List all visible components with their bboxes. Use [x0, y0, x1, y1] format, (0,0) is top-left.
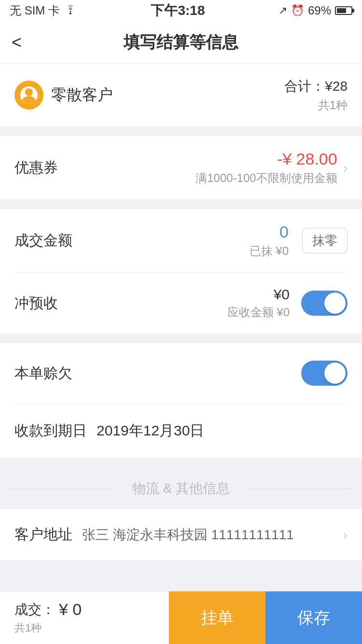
due-date-value: 2019年12月30日: [97, 421, 204, 441]
total-count: 共1种: [284, 98, 348, 113]
status-bar: 无 SIM 卡 下午3:18 ↗ ⏰ 69%: [0, 0, 362, 21]
status-left: 无 SIM 卡: [10, 3, 77, 18]
coupon-label: 优惠券: [14, 158, 58, 178]
prepay-sub: 应收金额 ¥0: [227, 305, 290, 320]
deal-amount-right: 0 已抹 ¥0 抹零: [250, 223, 348, 259]
deal-amount-label: 成交金额: [14, 231, 72, 251]
round-zero-button[interactable]: 抹零: [302, 228, 348, 253]
logistics-divider: 物流 & 其他信息: [0, 468, 362, 509]
nav-bar: < 填写结算等信息: [0, 21, 362, 64]
due-date-label: 收款到期日: [14, 421, 87, 441]
divider-4: [0, 458, 362, 468]
bottom-deal-amount: ¥ 0: [59, 600, 82, 619]
toggle-knob: [324, 293, 346, 314]
deal-amount-value: 0: [250, 223, 289, 241]
total-amount: 合计：¥28: [284, 77, 348, 96]
page-title: 填写结算等信息: [124, 31, 238, 54]
address-row[interactable]: 客户地址 张三 海淀永丰科技园 11111111111 ›: [14, 509, 348, 560]
divider-1: [0, 126, 362, 136]
location-icon: ↗: [278, 4, 287, 17]
status-right: ↗ ⏰ 69%: [278, 4, 352, 17]
avatar-icon: [20, 86, 38, 104]
carrier-text: 无 SIM 卡: [10, 3, 60, 18]
bottom-deal-count: 共1种: [14, 621, 154, 635]
prepay-label: 冲预收: [14, 294, 58, 313]
address-section: 客户地址 张三 海淀永丰科技园 11111111111 ›: [0, 509, 362, 560]
debit-toggle[interactable]: [301, 361, 348, 386]
back-button[interactable]: <: [12, 32, 22, 53]
prepay-amount: ¥0: [227, 286, 290, 303]
deal-amount-row: 成交金额 0 已抹 ¥0 抹零: [14, 209, 348, 273]
coupon-row[interactable]: 优惠券 -¥ 28.00 满1000-100不限制使用金额 ›: [14, 136, 348, 199]
prepay-toggle[interactable]: [301, 291, 348, 316]
time-display: 下午3:18: [151, 1, 205, 20]
content-area: 零散客户 合计：¥28 共1种 优惠券 -¥ 28.00 满1000-100不限…: [0, 64, 362, 644]
customer-total: 合计：¥28 共1种: [284, 77, 348, 113]
logistics-line-right: [249, 489, 352, 489]
save-button[interactable]: 保存: [265, 591, 362, 644]
debit-label: 本单赊欠: [14, 364, 72, 383]
deal-amount-sub: 已抹 ¥0: [250, 243, 289, 259]
divider-3: [0, 334, 362, 343]
debit-section: 本单赊欠 收款到期日 2019年12月30日: [0, 343, 362, 458]
bottom-deal-row: 成交： ¥ 0: [14, 600, 154, 619]
customer-name: 零散客户: [51, 84, 113, 106]
address-label: 客户地址: [14, 525, 72, 545]
deal-section: 成交金额 0 已抹 ¥0 抹零 冲预收 ¥0 应收金额 ¥0: [0, 209, 362, 334]
alarm-icon: ⏰: [291, 4, 304, 17]
battery-percent: 69%: [308, 4, 331, 17]
bottom-deal-label: 成交：: [14, 601, 55, 619]
coupon-right: -¥ 28.00 满1000-100不限制使用金额 ›: [195, 150, 348, 186]
coupon-section: 优惠券 -¥ 28.00 满1000-100不限制使用金额 ›: [0, 136, 362, 199]
avatar: [14, 81, 43, 110]
debit-toggle-knob: [324, 363, 346, 384]
address-chevron-icon: ›: [343, 527, 348, 543]
prepay-amount-col: ¥0 应收金额 ¥0: [227, 286, 290, 320]
coupon-right-col: -¥ 28.00 满1000-100不限制使用金额: [195, 150, 337, 186]
debit-row: 本单赊欠: [14, 343, 348, 403]
logistics-text: 物流 & 其他信息: [123, 479, 239, 498]
battery-icon: [335, 6, 352, 15]
bottom-bar: 成交： ¥ 0 共1种 挂单 保存: [0, 591, 362, 644]
customer-section: 零散客户 合计：¥28 共1种: [0, 64, 362, 126]
svg-point-0: [70, 13, 71, 14]
divider-2: [0, 199, 362, 209]
address-value: 张三 海淀永丰科技园 11111111111: [82, 526, 343, 544]
prepay-right: ¥0 应收金额 ¥0: [227, 286, 348, 320]
coupon-value: -¥ 28.00: [195, 150, 337, 168]
wifi-icon: [64, 4, 77, 17]
logistics-line-left: [10, 489, 113, 489]
chevron-right-icon: ›: [343, 160, 348, 176]
bottom-info: 成交： ¥ 0 共1种: [0, 591, 169, 644]
customer-left: 零散客户: [14, 81, 113, 110]
prepay-row: 冲预收 ¥0 应收金额 ¥0: [14, 273, 348, 334]
coupon-description: 满1000-100不限制使用金额: [195, 170, 337, 186]
pending-button[interactable]: 挂单: [169, 591, 265, 644]
due-date-row: 收款到期日 2019年12月30日: [14, 403, 348, 458]
